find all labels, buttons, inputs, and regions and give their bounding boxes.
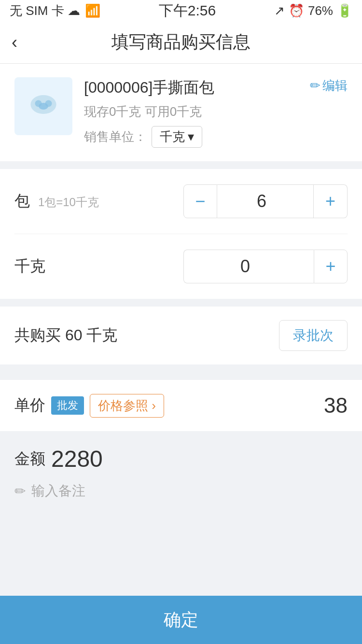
separator: [0, 372, 362, 380]
price-section: 单价 批发 价格参照 › 38: [0, 380, 362, 431]
nav-bar: ‹ 填写商品购买信息: [0, 21, 362, 64]
alarm-icon: ⏰: [289, 3, 304, 18]
status-left: 无 SIM 卡 ☁ 📶: [10, 2, 100, 19]
amount-value: 2280: [51, 446, 103, 472]
svg-point-3: [39, 103, 48, 110]
spacer: [0, 510, 362, 596]
wifi-icon: 📶: [85, 3, 100, 18]
kg-qty-input[interactable]: [183, 250, 314, 283]
product-info: [0000006]手撕面包 ✏ 编辑 现存0千克 可用0千克 销售单位： 千克 …: [84, 77, 348, 148]
status-bar: 无 SIM 卡 ☁ 📶 下午2:56 ↗ ⏰ 76% 🔋: [0, 0, 362, 21]
amount-section: 金额 2280 ✏ 输入备注: [0, 431, 362, 510]
pack-label: 包: [14, 192, 30, 210]
product-logo-icon: [27, 89, 60, 123]
amount-label: 金额: [14, 448, 45, 470]
price-row: 单价 批发 价格参照 › 38: [14, 393, 348, 418]
amount-row: 金额 2280: [14, 446, 348, 472]
price-left: 单价 批发 价格参照 ›: [14, 394, 164, 418]
pack-label-group: 包 1包=10千克: [14, 191, 99, 212]
edit-icon: ✏: [310, 78, 320, 93]
chevron-down-icon: ▾: [188, 129, 194, 144]
confirm-button[interactable]: 确定: [0, 596, 362, 644]
pack-qty-row: 包 1包=10千克 − +: [14, 169, 348, 234]
quantity-section: 包 1包=10千克 − + 千克 +: [0, 169, 362, 299]
edit-button[interactable]: ✏ 编辑: [310, 77, 348, 94]
pack-qty-input[interactable]: [217, 184, 314, 218]
pack-hint: 1包=10千克: [38, 196, 99, 209]
kg-qty-row: 千克 +: [14, 234, 348, 299]
pencil-icon: ✏: [14, 483, 26, 499]
total-summary: 共购买 60 千克: [14, 325, 117, 346]
battery-label: 76%: [308, 3, 333, 18]
sim-label: 无 SIM 卡 ☁: [10, 2, 80, 19]
unit-select[interactable]: 千克 ▾: [152, 126, 202, 148]
price-type-tag: 批发: [51, 396, 84, 415]
product-unit: 销售单位： 千克 ▾: [84, 126, 348, 148]
product-stock: 现存0千克 可用0千克: [84, 103, 348, 120]
product-image: [14, 77, 72, 135]
price-ref-button[interactable]: 价格参照 ›: [90, 394, 164, 418]
batch-button[interactable]: 录批次: [279, 320, 348, 351]
kg-label-group: 千克: [14, 256, 45, 277]
kg-plus-button[interactable]: +: [314, 250, 348, 283]
note-row[interactable]: ✏ 输入备注: [14, 482, 348, 500]
price-label: 单价: [14, 395, 45, 416]
page-title: 填写商品购买信息: [111, 30, 251, 54]
location-icon: ↗: [274, 3, 285, 18]
product-card: [0000006]手撕面包 ✏ 编辑 现存0千克 可用0千克 销售单位： 千克 …: [0, 64, 362, 161]
note-placeholder[interactable]: 输入备注: [31, 482, 85, 500]
kg-label: 千克: [14, 257, 45, 275]
status-right: ↗ ⏰ 76% 🔋: [274, 3, 352, 18]
pack-qty-control: − +: [183, 184, 348, 218]
pack-minus-button[interactable]: −: [183, 184, 217, 218]
product-name: [0000006]手撕面包: [84, 77, 214, 98]
unit-label: 销售单位：: [84, 128, 147, 145]
price-value: 38: [324, 393, 348, 418]
pack-plus-button[interactable]: +: [314, 184, 348, 218]
kg-qty-control: +: [183, 250, 348, 283]
battery-icon: 🔋: [337, 3, 352, 18]
back-button[interactable]: ‹: [12, 32, 17, 53]
summary-section: 共购买 60 千克 录批次: [0, 307, 362, 364]
status-time: 下午2:56: [159, 1, 216, 21]
